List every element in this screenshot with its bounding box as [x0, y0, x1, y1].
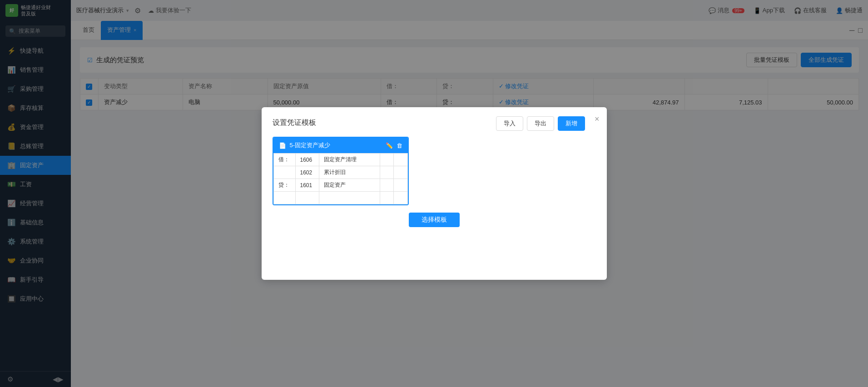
row2-type: [273, 166, 295, 179]
new-btn[interactable]: 新增: [558, 116, 585, 131]
row3-col4: [394, 179, 407, 192]
template-edit-icon[interactable]: ✏️: [386, 142, 393, 149]
row4-code: [295, 192, 319, 204]
content-area: 首页 资产管理 × ─ □ ☑: [71, 21, 868, 387]
template-card: 📄 5-固定资产减少 ✏️ 🗑: [273, 137, 409, 205]
row3-col3: [380, 179, 393, 192]
modal-top-actions: 导入 导出 新增: [496, 116, 585, 131]
page-content: ☑ 生成的凭证预览 批量凭证模板 全部生成凭证: [71, 40, 868, 387]
row2-col4: [394, 166, 407, 179]
template-header-left: 📄 5-固定资产减少: [279, 141, 331, 149]
row3-code: 1601: [295, 179, 319, 192]
template-table: 借： 1606 固定资产清理 1602: [273, 153, 408, 204]
modal-dialog: 设置凭证模板 导入 导出 新增 ×: [262, 107, 607, 280]
row1-code: 1606: [295, 154, 319, 166]
row2-code: 1602: [295, 166, 319, 179]
template-name: 5-固定资产减少: [290, 141, 331, 149]
modal-overlay: 设置凭证模板 导入 导出 新增 ×: [71, 40, 868, 387]
row1-col4: [394, 154, 407, 166]
row4-type: [273, 192, 295, 204]
import-btn[interactable]: 导入: [496, 116, 523, 131]
row2-account: 累计折旧: [319, 166, 380, 179]
template-doc-icon: 📄: [279, 142, 286, 149]
row3-account: 固定资产: [319, 179, 380, 192]
template-header-actions: ✏️ 🗑: [386, 142, 402, 149]
row4-col3: [380, 192, 393, 204]
row1-col3: [380, 154, 393, 166]
row4-account: [319, 192, 380, 204]
template-row-4: [273, 192, 407, 204]
template-card-header: 📄 5-固定资产减少 ✏️ 🗑: [273, 138, 408, 153]
export-btn[interactable]: 导出: [527, 116, 554, 131]
template-row-1: 借： 1606 固定资产清理: [273, 154, 407, 166]
row1-type: 借：: [273, 154, 295, 166]
row3-type: 贷：: [273, 179, 295, 192]
modal-close-btn[interactable]: ×: [595, 114, 600, 124]
select-template-btn[interactable]: 选择模板: [409, 213, 460, 227]
template-delete-icon[interactable]: 🗑: [397, 142, 402, 149]
row1-account: 固定资产清理: [319, 154, 380, 166]
template-card-body: 借： 1606 固定资产清理 1602: [273, 153, 408, 204]
template-row-2: 1602 累计折旧: [273, 166, 407, 179]
row2-col3: [380, 166, 393, 179]
row4-col4: [394, 192, 407, 204]
template-row-3: 贷： 1601 固定资产: [273, 179, 407, 192]
